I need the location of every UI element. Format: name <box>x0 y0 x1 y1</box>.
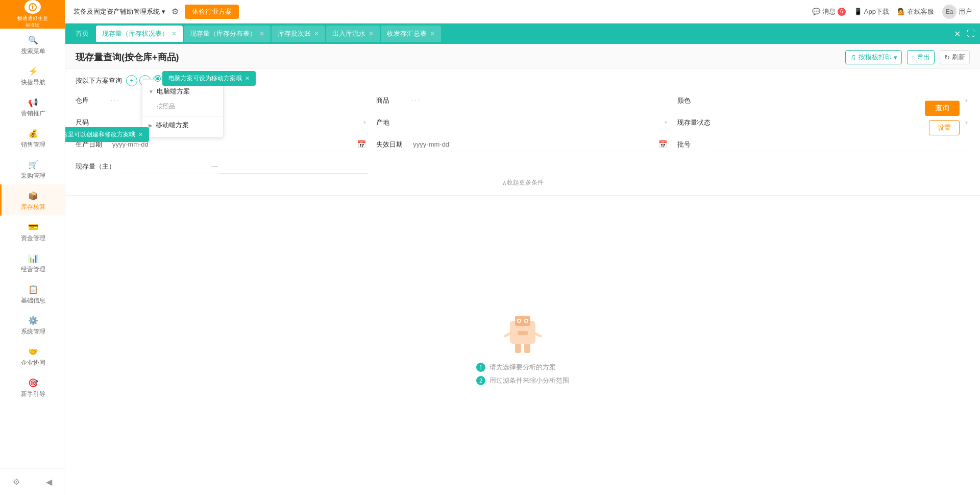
print-label: 按模板打印 <box>859 53 892 62</box>
svg-point-4 <box>518 320 520 322</box>
tooltip-scheme-mobile-close[interactable]: ✕ <box>245 75 250 82</box>
export-label: 导出 <box>917 53 930 62</box>
sidebar-item-finance[interactable]: 💳 资金管理 <box>0 216 65 247</box>
filter-row-3: 生产日期 📅 失效日期 📅 <box>76 136 970 152</box>
message-badge: 6 <box>838 8 846 16</box>
sidebar-collapse-btn[interactable]: ◀ <box>44 475 54 489</box>
user-label: 用户 <box>959 7 972 16</box>
dropdown-arrow-icon: ▾ <box>162 8 165 15</box>
system-name-text: 装备及固定资产辅助管理系统 <box>74 7 160 16</box>
scheme-mobile-item[interactable]: ▶ 移动端方案 <box>142 116 223 133</box>
tab-close-all-icon[interactable]: ✕ <box>953 28 962 40</box>
sidebar-item-marketing[interactable]: 📢 营销推广 <box>0 91 65 122</box>
add-scheme-btn[interactable]: + <box>126 75 137 86</box>
tab-inventory-dist[interactable]: 现存量（库存分布表） ✕ <box>184 26 271 42</box>
stock-main-dash: — <box>211 162 218 170</box>
tooltip-scheme-edit: 这里可以创建和修改方案哦 ✕ <box>65 127 149 142</box>
collapse-more-btn[interactable]: ∧ 收起更多条件 <box>76 174 970 189</box>
scheme-desktop-item[interactable]: ▼ 电脑端方案 <box>142 84 223 99</box>
user-avatar: Ea <box>942 5 957 19</box>
sidebar-item-operations[interactable]: 📊 经营管理 <box>0 247 65 278</box>
stock-main-input-from[interactable] <box>119 158 209 174</box>
tab-inout-flow-label: 出入库流水 <box>332 29 365 38</box>
tab-inventory-dist-close[interactable]: ✕ <box>259 30 264 37</box>
basic-nav-icon: 📋 <box>28 284 38 294</box>
origin-label: 产地 <box>376 118 407 127</box>
sidebar-label-inventory: 库存核算 <box>21 203 45 211</box>
refresh-button[interactable]: ↻ 刷新 <box>940 50 970 64</box>
tab-collect-send[interactable]: 收发存汇总表 ✕ <box>381 26 441 42</box>
system-name-dropdown[interactable]: 装备及固定资产辅助管理系统 ▾ <box>74 7 165 16</box>
app-download-item[interactable]: 📱 App下载 <box>854 7 889 16</box>
sidebar-label-operations: 经营管理 <box>21 265 45 274</box>
sidebar-item-sales[interactable]: 💰 销售管理 <box>0 122 65 153</box>
tab-inventory-status[interactable]: 现存量（库存状况表） ✕ <box>96 26 183 42</box>
tab-batch-account-close[interactable]: ✕ <box>314 30 319 37</box>
header-settings-icon[interactable]: ⚙ <box>172 7 179 16</box>
sidebar-settings-btn[interactable]: ⚙ <box>11 475 22 489</box>
purchase-nav-icon: 🛒 <box>28 159 38 170</box>
sidebar-item-enterprise[interactable]: 🤝 企业协同 <box>0 340 65 371</box>
tab-batch-account[interactable]: 库存批次账 ✕ <box>272 26 325 42</box>
scheme-sub-item[interactable]: 按照品 <box>142 99 223 114</box>
sidebar-nav: 🔍 搜索菜单 ⚡ 快捷导航 📢 营销推广 💰 销售管理 🛒 采购管理 📦 库存核… <box>0 29 65 468</box>
page-title: 现存量查询(按仓库+商品) <box>76 51 179 63</box>
svg-rect-10 <box>524 344 530 353</box>
filter-field-goods: 商品 ··· <box>376 96 669 105</box>
origin-select[interactable] <box>411 114 669 130</box>
stock-main-input-to[interactable] <box>220 158 368 174</box>
tab-home[interactable]: 首页 <box>69 26 95 42</box>
empty-tip-1: 1 请先选择要分析的方案 <box>476 363 569 372</box>
print-button[interactable]: 🖨 按模板打印 ▾ <box>845 50 902 64</box>
tooltip-scheme-edit-close[interactable]: ✕ <box>138 131 143 138</box>
sidebar-item-guide[interactable]: 🎯 新手引导 <box>0 371 65 403</box>
prod-date-calendar-icon[interactable]: 📅 <box>355 140 368 148</box>
messages-item[interactable]: 💬 消息 6 <box>812 7 846 16</box>
sidebar-item-search[interactable]: 🔍 搜索菜单 <box>0 29 65 60</box>
expire-date-label: 失效日期 <box>376 140 407 149</box>
tip-num-2: 2 <box>476 376 485 385</box>
goods-dots: ··· <box>411 96 421 105</box>
export-button[interactable]: ↑ 导出 <box>907 50 935 64</box>
trial-button[interactable]: 体验行业方案 <box>185 5 239 19</box>
warehouse-label: 仓库 <box>76 96 106 105</box>
svg-rect-9 <box>515 344 521 353</box>
stock-main-label: 现存量（主） <box>76 162 115 171</box>
sidebar-item-system[interactable]: ⚙️ 系统管理 <box>0 309 65 340</box>
filter-row-4: 现存量（主） — <box>76 158 970 174</box>
tab-expand-icon[interactable]: ⛶ <box>966 28 976 39</box>
query-button[interactable]: 查询 <box>925 101 960 116</box>
expire-date-calendar-icon[interactable]: 📅 <box>656 140 669 148</box>
support-label: 在线客服 <box>908 7 934 16</box>
empty-tips: 1 请先选择要分析的方案 2 用过滤条件来缩小分析范围 <box>476 363 569 385</box>
user-item[interactable]: Ea 用户 <box>942 5 972 19</box>
tab-inventory-dist-label: 现存量（库存分布表） <box>190 29 256 38</box>
sidebar-item-purchase[interactable]: 🛒 采购管理 <box>0 153 65 184</box>
sidebar: 畅通通好生意 标准版 🔍 搜索菜单 ⚡ 快捷导航 📢 营销推广 💰 销售管理 🛒… <box>0 0 65 495</box>
sidebar-footer: ⚙ ◀ <box>0 468 65 495</box>
tab-inout-flow-close[interactable]: ✕ <box>369 30 374 37</box>
batch-input[interactable] <box>712 137 970 152</box>
sidebar-item-basic[interactable]: 📋 基础信息 <box>0 278 65 309</box>
filter-header: 按以下方案查询 + ⊙ ← 电脑方案可设为移动方案哦 ✕ <box>76 75 970 86</box>
sidebar-label-search: 搜索菜单 <box>21 47 45 56</box>
online-support-item[interactable]: 💁 在线客服 <box>897 7 934 16</box>
mobile-icon: 📱 <box>854 8 862 15</box>
sidebar-item-inventory[interactable]: 📦 库存核算 <box>0 184 65 216</box>
settings-query-button[interactable]: 设置 <box>929 120 960 135</box>
batch-label: 批号 <box>677 140 708 149</box>
expire-date-input[interactable] <box>411 136 656 152</box>
scheme-mobile-collapse-icon: ▶ <box>149 123 153 128</box>
sidebar-label-system: 系统管理 <box>21 327 45 336</box>
tab-bar: 首页 现存量（库存状况表） ✕ 现存量（库存分布表） ✕ 库存批次账 ✕ 出入库… <box>65 23 980 44</box>
page-actions: 🖨 按模板打印 ▾ ↑ 导出 ↻ 刷新 <box>845 50 970 64</box>
tab-inout-flow[interactable]: 出入库流水 ✕ <box>326 26 380 42</box>
tab-inventory-status-close[interactable]: ✕ <box>172 30 177 37</box>
sidebar-label-marketing: 营销推广 <box>21 109 45 118</box>
sidebar-item-quick[interactable]: ⚡ 快捷导航 <box>0 60 65 91</box>
scheme-mobile-label: 移动端方案 <box>156 121 189 130</box>
sidebar-label-finance: 资金管理 <box>21 234 45 243</box>
tab-collect-send-close[interactable]: ✕ <box>430 30 435 37</box>
svg-point-5 <box>525 320 527 322</box>
tab-batch-account-label: 库存批次账 <box>278 29 311 38</box>
